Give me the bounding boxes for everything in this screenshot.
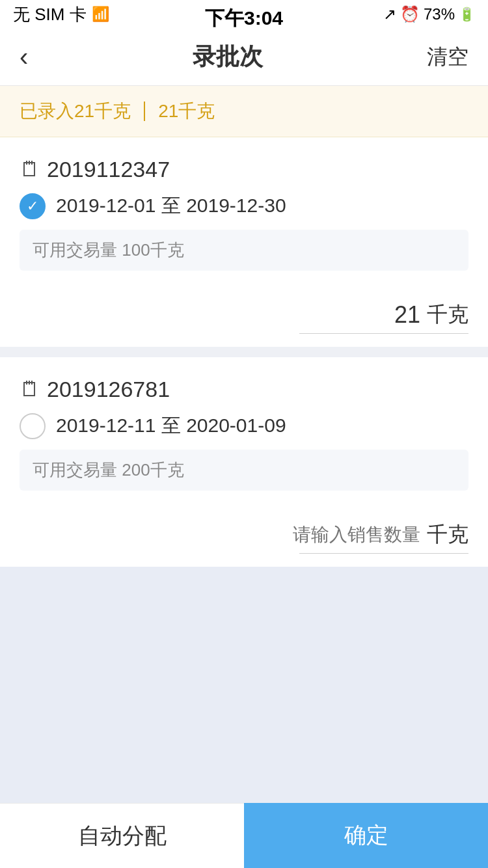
gray-area: [0, 567, 488, 827]
batch1-quantity-wrapper: 千克: [0, 290, 488, 347]
batch2-unit: 千克: [427, 521, 468, 549]
nav-bar: ‹ 录批次 清空: [0, 29, 488, 86]
info-banner: 已录入21千克 21千克: [0, 86, 488, 137]
batch2-available-box: 可用交易量 200千克: [20, 450, 468, 491]
bottom-bar: 自动分配 确定: [0, 803, 488, 868]
batch1-qty-row: 千克: [290, 301, 468, 329]
batch1-available: 可用交易量 100千克: [33, 240, 184, 260]
clear-button[interactable]: 清空: [427, 43, 468, 72]
total-amount: 21千克: [158, 99, 215, 124]
info-divider: [144, 102, 145, 121]
batch1-id: 2019112347: [47, 157, 170, 182]
batch1-quantity-input[interactable]: [290, 301, 420, 329]
batch1-card: 🗒 2019112347 ✓ 2019-12-01 至 2019-12-30 可…: [0, 137, 488, 290]
batch2-qty-underline: [299, 553, 468, 554]
recorded-amount: 已录入21千克: [20, 99, 131, 124]
status-left: 无 SIM 卡 📶: [13, 3, 109, 26]
section-divider: [0, 347, 488, 357]
batch2-card: 🗒 2019126781 2019-12-11 至 2020-01-09 可用交…: [0, 357, 488, 510]
batch1-qty-underline: [299, 333, 468, 334]
status-time: 下午3:04: [205, 5, 283, 32]
batch1-date-row[interactable]: ✓ 2019-12-01 至 2019-12-30: [20, 193, 468, 219]
alarm-icon: ⏰: [400, 5, 420, 23]
batch1-available-box: 可用交易量 100千克: [20, 230, 468, 271]
batch1-quantity-inner: 千克: [0, 290, 488, 347]
batch2-id: 2019126781: [47, 377, 170, 402]
batch2-icon: 🗒: [20, 377, 40, 401]
wifi-icon: 📶: [92, 6, 109, 23]
batch2-date-row[interactable]: 2019-12-11 至 2020-01-09: [20, 413, 468, 439]
auto-distribute-button[interactable]: 自动分配: [0, 803, 244, 868]
no-sim-label: 无 SIM 卡: [13, 3, 87, 26]
status-bar: 无 SIM 卡 📶 下午3:04 ↗ ⏰ 73% 🔋: [0, 0, 488, 29]
batch1-date: 2019-12-01 至 2019-12-30: [56, 193, 286, 219]
batch2-quantity-wrapper: 千克: [0, 510, 488, 567]
batch2-date: 2019-12-11 至 2020-01-09: [56, 413, 286, 439]
location-icon: ↗: [383, 5, 396, 23]
batch2-id-row: 🗒 2019126781: [20, 377, 468, 402]
batch1-icon: 🗒: [20, 157, 40, 182]
battery-icon: 🔋: [459, 7, 475, 22]
status-right: ↗ ⏰ 73% 🔋: [383, 5, 475, 23]
batch1-unit: 千克: [427, 301, 468, 329]
batch2-qty-row: 千克: [290, 521, 468, 549]
batch1-id-row: 🗒 2019112347: [20, 157, 468, 182]
batch1-radio[interactable]: ✓: [20, 193, 46, 219]
battery-label: 73%: [424, 5, 455, 23]
batch2-quantity-inner: 千克: [0, 510, 488, 567]
batch2-available: 可用交易量 200千克: [33, 460, 184, 480]
batch2-quantity-input[interactable]: [290, 524, 420, 545]
back-button[interactable]: ‹: [20, 42, 28, 72]
page-title: 录批次: [193, 41, 263, 73]
batch2-radio[interactable]: [20, 413, 46, 439]
check-icon: ✓: [27, 198, 38, 215]
confirm-button[interactable]: 确定: [244, 803, 488, 868]
